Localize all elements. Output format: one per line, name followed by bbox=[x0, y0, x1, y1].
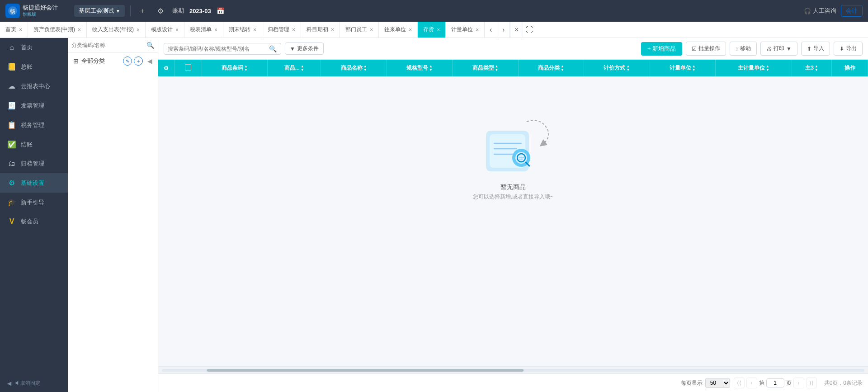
th-name[interactable]: 商品名称 ▲▼ bbox=[321, 60, 387, 76]
page-prev-button[interactable]: ‹ bbox=[746, 378, 757, 388]
sidebar-item-guide[interactable]: 🎓 新手引导 bbox=[0, 193, 68, 212]
tab-maximize-button[interactable]: ⛶ bbox=[523, 22, 535, 38]
th-price-method[interactable]: 计价方式 ▲▼ bbox=[584, 60, 650, 76]
move-button[interactable]: ↕ 移动 bbox=[730, 42, 757, 56]
sort-price-method-icon[interactable]: ▲▼ bbox=[626, 65, 630, 72]
page-suffix: 页 bbox=[786, 379, 792, 387]
th-type[interactable]: 商品类型 ▲▼ bbox=[453, 60, 518, 76]
consult-button[interactable]: 🎧 人工咨询 bbox=[804, 7, 836, 15]
import-button[interactable]: ⬆ 导入 bbox=[801, 42, 830, 56]
batch-button[interactable]: ☑ 批量操作 bbox=[686, 42, 726, 56]
tab-uom-label: 计量单位 bbox=[451, 26, 473, 33]
th-col3[interactable]: 主3 ▲▼ bbox=[792, 60, 832, 76]
add-tab-button[interactable]: ＋ bbox=[136, 5, 149, 17]
tab-archive-mgr[interactable]: 归档管理 × bbox=[262, 22, 301, 38]
sort-code-icon[interactable]: ▲▼ bbox=[301, 65, 304, 72]
tab-taxclean-close[interactable]: × bbox=[214, 27, 217, 33]
tab-partner-label: 往来单位 bbox=[384, 26, 406, 33]
tab-partner-close[interactable]: × bbox=[409, 27, 412, 33]
product-table-body: 暂无商品 您可以选择新增,或者直接导入哦~ bbox=[158, 76, 868, 237]
th-barcode[interactable]: 商品条码 ▲▼ bbox=[202, 60, 267, 76]
th-checkbox[interactable] bbox=[175, 60, 202, 76]
period-value: 2023-03 bbox=[189, 8, 211, 14]
tab-template[interactable]: 模版设计 × bbox=[146, 22, 184, 38]
tab-balance[interactable]: 资产负债表(中期) × bbox=[28, 22, 87, 38]
select-all-checkbox[interactable] bbox=[185, 64, 191, 71]
horizontal-scrollbar[interactable] bbox=[158, 366, 868, 373]
tab-uom-close[interactable]: × bbox=[476, 27, 479, 33]
tab-subject-init-close[interactable]: × bbox=[331, 27, 334, 33]
sidebar-item-invoice[interactable]: 🧾 发票管理 bbox=[0, 96, 68, 115]
sort-type-icon[interactable]: ▲▼ bbox=[495, 65, 499, 72]
print-button[interactable]: 🖨 打印 ▼ bbox=[760, 42, 797, 56]
company-selector[interactable]: 基层工会测试 ▼ bbox=[74, 5, 125, 17]
archive-icon: 🗂 bbox=[7, 160, 16, 168]
sidebar-item-tax[interactable]: 📋 税务管理 bbox=[0, 115, 68, 135]
tab-taxclean[interactable]: 税表清单 × bbox=[184, 22, 223, 38]
tab-periodend-close[interactable]: × bbox=[253, 27, 256, 33]
th-category[interactable]: 商品分类 ▲▼ bbox=[518, 60, 584, 76]
tab-subject-init[interactable]: 科目期初 × bbox=[301, 22, 340, 38]
left-panel-collapse-button[interactable]: ◀ bbox=[147, 57, 152, 65]
tab-uom[interactable]: 计量单位 × bbox=[446, 22, 485, 38]
category-edit-button[interactable]: ✎ bbox=[123, 57, 132, 66]
sort-main-uom-icon[interactable]: ▲▼ bbox=[766, 65, 769, 72]
sidebar-item-closing[interactable]: ✅ 结账 bbox=[0, 135, 68, 154]
sidebar-item-settings[interactable]: ⚙ 基础设置 bbox=[0, 173, 68, 193]
tab-next-button[interactable]: › bbox=[497, 22, 510, 38]
product-search-input[interactable] bbox=[168, 46, 267, 52]
tab-dept-staff-close[interactable]: × bbox=[370, 27, 373, 33]
tab-dept-staff[interactable]: 部门员工 × bbox=[340, 22, 379, 38]
tab-archive-mgr-close[interactable]: × bbox=[292, 27, 295, 33]
tab-income[interactable]: 收入支出表(年报) × bbox=[87, 22, 146, 38]
sort-category-icon[interactable]: ▲▼ bbox=[561, 65, 564, 72]
sort-uom-icon[interactable]: ▲▼ bbox=[692, 65, 696, 72]
tab-inventory-close[interactable]: × bbox=[437, 27, 440, 33]
sidebar-collapse-button[interactable]: ◀ ◀ 取消固定 bbox=[0, 374, 68, 392]
page-number-input[interactable] bbox=[766, 378, 784, 387]
scroll-thumb[interactable] bbox=[207, 369, 524, 372]
tab-home-close[interactable]: × bbox=[19, 27, 22, 33]
category-all-item[interactable]: ⊞ 全部分类 ✎ ＋ ◀ bbox=[68, 53, 158, 69]
move-icon: ↕ bbox=[736, 46, 738, 52]
kuaiji-button[interactable]: 会计 bbox=[841, 5, 863, 17]
sidebar-item-reports[interactable]: ☁ 云报表中心 bbox=[0, 76, 68, 96]
tab-income-close[interactable]: × bbox=[137, 27, 140, 33]
sort-spec-icon[interactable]: ▲▼ bbox=[429, 65, 433, 72]
category-search-icon[interactable]: 🔍 bbox=[146, 42, 154, 49]
tab-template-close[interactable]: × bbox=[175, 27, 179, 33]
sort-name-icon[interactable]: ▲▼ bbox=[363, 65, 367, 72]
category-add-button[interactable]: ＋ bbox=[134, 57, 143, 66]
export-button[interactable]: ⬇ 导出 bbox=[834, 42, 863, 56]
column-settings-icon[interactable]: ⚙ bbox=[164, 65, 169, 71]
page-last-button[interactable]: ⟩⟩ bbox=[806, 378, 817, 388]
page-next-button[interactable]: › bbox=[793, 378, 804, 388]
sidebar-item-archive[interactable]: 🗂 归档管理 bbox=[0, 154, 68, 173]
tab-close-all-button[interactable]: × bbox=[510, 22, 523, 38]
th-uom[interactable]: 计量单位 ▲▼ bbox=[650, 60, 715, 76]
th-main-uom[interactable]: 主计量单位 ▲▼ bbox=[716, 60, 792, 76]
settings-icon[interactable]: ⚙ bbox=[154, 5, 167, 17]
tab-periodend[interactable]: 期末结转 × bbox=[223, 22, 262, 38]
sidebar-item-ledger[interactable]: 📒 总账 bbox=[0, 57, 68, 76]
th-code[interactable]: 商品... ▲▼ bbox=[268, 60, 321, 76]
th-settings[interactable]: ⚙ bbox=[158, 60, 175, 76]
tab-prev-button[interactable]: ‹ bbox=[485, 22, 497, 38]
sidebar-item-member[interactable]: V 畅会员 bbox=[0, 212, 68, 231]
product-search-icon[interactable]: 🔍 bbox=[269, 45, 277, 52]
add-product-button[interactable]: + 新增商品 bbox=[641, 42, 682, 56]
category-search-input[interactable] bbox=[71, 42, 146, 48]
sidebar-item-home[interactable]: ⌂ 首页 bbox=[0, 38, 68, 57]
th-spec[interactable]: 规格型号 ▲▼ bbox=[387, 60, 452, 76]
tab-balance-close[interactable]: × bbox=[78, 27, 81, 33]
sort-barcode-icon[interactable]: ▲▼ bbox=[244, 65, 248, 72]
scroll-track[interactable] bbox=[162, 369, 864, 372]
tab-home[interactable]: 首页 × bbox=[0, 22, 28, 38]
sort-col3-icon[interactable]: ▲▼ bbox=[815, 65, 818, 72]
filter-button[interactable]: ▼ 更多条件 bbox=[285, 43, 324, 55]
per-page-select[interactable]: 10 20 50 100 bbox=[705, 378, 730, 388]
calendar-icon[interactable]: 📅 bbox=[217, 7, 224, 14]
page-first-button[interactable]: ⟨⟨ bbox=[734, 378, 745, 388]
tab-inventory[interactable]: 存货 × bbox=[418, 22, 446, 38]
tab-partner[interactable]: 往来单位 × bbox=[379, 22, 418, 38]
